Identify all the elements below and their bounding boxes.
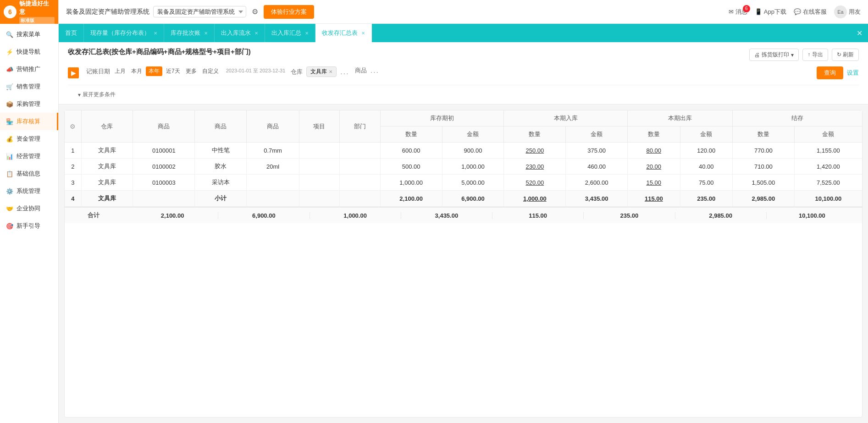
msg-badge: 6	[743, 5, 750, 12]
cell-in-qty: 230.00	[504, 159, 566, 175]
cell-goods-spec: 20ml	[247, 159, 299, 175]
cell-out-qty-link[interactable]: 15.00	[647, 179, 662, 186]
sidebar-item-inventory[interactable]: 🏪 库存核算	[0, 113, 58, 130]
tab-home[interactable]: 首页	[59, 24, 84, 42]
tab-close-stock-distribution[interactable]: ✕	[154, 31, 157, 36]
sidebar-item-basic[interactable]: 📋 基础信息	[0, 165, 58, 182]
footer-label: 合计	[69, 211, 118, 220]
date-btn-custom[interactable]: 自定义	[200, 66, 221, 76]
footer-values: 2,100.00 6,900.00 1,000.00 3,435.00 115.…	[127, 212, 857, 219]
filter-toggle-button[interactable]: ▶	[68, 67, 79, 78]
tab-recv-send-summary[interactable]: 收发存汇总表 ✕	[315, 24, 372, 42]
filter-settings-button[interactable]: 设置	[847, 66, 859, 79]
finance-icon: 💰	[6, 135, 14, 143]
cell-out-qty: 15.00	[628, 175, 680, 191]
cell-dept	[340, 191, 381, 207]
sidebar-item-finance[interactable]: 💰 资金管理	[0, 130, 58, 148]
cell-out-qty-link[interactable]: 115.00	[645, 195, 663, 202]
page-top-row: 收发存汇总表(按仓库+商品编码+商品+规格型号+项目+部门) 🖨 拣货版打印 ▾…	[68, 48, 859, 62]
sidebar-item-quicknav[interactable]: ⚡ 快捷导航	[0, 43, 58, 60]
cell-goods-spec	[247, 191, 299, 207]
cell-goods-name: 采访本	[195, 175, 247, 191]
cell-in-qty-link[interactable]: 1,000.00	[523, 195, 547, 202]
sidebar-item-purchase[interactable]: 📦 采购管理	[0, 95, 58, 113]
expand-conditions-button[interactable]: ▾ 展开更多条件	[71, 88, 123, 101]
app-download-action[interactable]: 📱 App下载	[755, 8, 786, 16]
filter-row: 记账日期 上月 本月 本年 近7天 更多 自定义 2023-01-01 至 20…	[86, 66, 859, 79]
th-goods-name: 商品	[195, 110, 247, 143]
cell-out-amt: 75.00	[680, 175, 732, 191]
sidebar-item-search[interactable]: 🔍 搜索菜单	[0, 26, 58, 43]
table-row: 4文具库小计2,100.006,900.001,000.003,435.0011…	[65, 191, 862, 207]
cell-in-qty-link[interactable]: 250.00	[525, 147, 544, 154]
cell-out-qty: 80.00	[628, 143, 680, 159]
system-select[interactable]: 装备及固定资产辅助管理系统	[153, 6, 246, 17]
cell-no: 3	[65, 175, 81, 191]
main-area: 装备及固定资产辅助管理系统 装备及固定资产辅助管理系统 ⚙ 体验行业方案 ✉ 消…	[59, 0, 868, 423]
th-goods-code: 商品	[133, 110, 195, 143]
cell-goods-code: 0100003	[133, 175, 195, 191]
tab-close-batch-account[interactable]: ✕	[204, 31, 208, 36]
cell-out-qty-link[interactable]: 20.00	[647, 163, 662, 170]
filter-actions: 查询 设置	[817, 66, 859, 79]
date-btn-7days[interactable]: 近7天	[164, 66, 182, 76]
footer-out-qty: 115.00	[492, 212, 584, 219]
query-button[interactable]: 查询	[817, 66, 843, 79]
cell-bal-qty: 710.00	[732, 159, 794, 175]
user-action[interactable]: Ea 用友	[834, 5, 861, 18]
msg-action[interactable]: ✉ 消息 6	[729, 8, 747, 16]
system-icon: ⚙️	[6, 187, 14, 195]
sidebar-item-marketing[interactable]: 📣 营销推广	[0, 60, 58, 78]
cell-no: 1	[65, 143, 81, 159]
date-btn-this-year[interactable]: 本年	[146, 66, 162, 76]
chevron-down-icon-expand: ▾	[78, 92, 81, 98]
tab-close-in-out-flow[interactable]: ✕	[254, 31, 258, 36]
table-settings-icon[interactable]: ⚙	[70, 123, 76, 130]
warehouse-tag-close[interactable]: ✕	[329, 69, 332, 74]
top-header: 装备及固定资产辅助管理系统 装备及固定资产辅助管理系统 ⚙ 体验行业方案 ✉ 消…	[59, 0, 868, 24]
cell-warehouse: 文具库	[81, 191, 133, 207]
sidebar-item-management[interactable]: 📊 经营管理	[0, 148, 58, 165]
refresh-button[interactable]: ↻ 刷新	[832, 49, 859, 61]
cell-in-qty: 1,000.00	[504, 191, 566, 207]
goods-more-dots[interactable]: ...	[370, 66, 379, 75]
sidebar-item-enterprise[interactable]: 🤝 企业协同	[0, 200, 58, 217]
refresh-icon: ↻	[837, 51, 841, 58]
trial-button[interactable]: 体验行业方案	[264, 5, 314, 19]
footer-in-amt: 3,435.00	[401, 212, 492, 219]
cell-goods-name: 中性笔	[195, 143, 247, 159]
tabs-close-all[interactable]: ✕	[851, 29, 868, 38]
warehouse-more-dots[interactable]: ...	[340, 68, 349, 76]
tab-batch-account[interactable]: 库存批次账 ✕	[164, 24, 215, 42]
date-btn-this-month[interactable]: 本月	[129, 66, 144, 76]
cell-in-qty-link[interactable]: 230.00	[525, 163, 544, 170]
sidebar-item-system[interactable]: ⚙️ 系统管理	[0, 182, 58, 200]
date-btn-more[interactable]: 更多	[184, 66, 199, 76]
online-service-action[interactable]: 💬 在线客服	[794, 8, 827, 16]
cell-goods-code: 0100002	[133, 159, 195, 175]
cell-bal-amt: 7,525.00	[794, 175, 862, 191]
tab-close-recv-send-summary[interactable]: ✕	[361, 31, 365, 36]
sidebar-item-guide[interactable]: 🎯 新手引导	[0, 217, 58, 235]
print-button[interactable]: 🖨 拣货版打印 ▾	[749, 49, 799, 61]
cell-out-qty-link[interactable]: 80.00	[647, 147, 662, 154]
th-open-qty: 数量	[380, 126, 442, 143]
export-button[interactable]: ↑ 导出	[802, 49, 828, 61]
tab-stock-distribution[interactable]: 现存量（库存分布表） ✕	[84, 24, 164, 42]
cell-bal-qty: 2,985.00	[732, 191, 794, 207]
tab-close-in-out-summary[interactable]: ✕	[305, 31, 309, 36]
sidebar-item-sales[interactable]: 🛒 销售管理	[0, 78, 58, 95]
cell-dept	[340, 159, 381, 175]
warehouse-tag: 文具库 ✕	[306, 66, 337, 77]
cell-in-qty-link[interactable]: 520.00	[525, 179, 544, 186]
th-open-amt: 金额	[442, 126, 504, 143]
tab-in-out-flow[interactable]: 出入库流水 ✕	[215, 24, 265, 42]
cell-goods-spec: 0.7mm	[247, 143, 299, 159]
tab-in-out-summary[interactable]: 出入库汇总 ✕	[265, 24, 315, 42]
date-btn-last-month[interactable]: 上月	[113, 66, 127, 76]
header-settings-button[interactable]: ⚙	[250, 5, 260, 18]
cell-warehouse: 文具库	[81, 143, 133, 159]
export-icon: ↑	[807, 51, 810, 58]
goods-filter-group: 商品 ...	[355, 66, 379, 75]
cell-open-amt: 1,000.00	[442, 159, 504, 175]
